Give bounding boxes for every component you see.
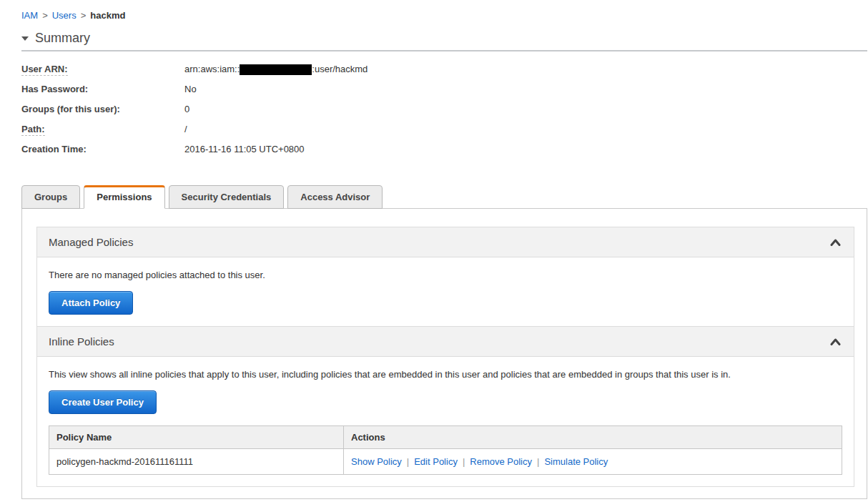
field-value-creation-time: 2016-11-16 11:05 UTC+0800 bbox=[184, 143, 305, 156]
create-user-policy-button[interactable]: Create User Policy bbox=[49, 390, 157, 414]
managed-policies-header[interactable]: Managed Policies bbox=[37, 227, 854, 257]
managed-policies-title: Managed Policies bbox=[49, 236, 133, 248]
field-label-creation-time: Creation Time: bbox=[21, 143, 184, 156]
collapse-chevron-icon[interactable] bbox=[830, 239, 841, 246]
table-row: policygen-hackmd-201611161111 Show Polic… bbox=[49, 449, 842, 475]
field-creation-time: Creation Time: 2016-11-16 11:05 UTC+0800 bbox=[21, 143, 868, 156]
summary-divider bbox=[21, 50, 867, 51]
field-label-user-arn: User ARN: bbox=[21, 63, 184, 76]
policy-actions-cell: Show Policy|Edit Policy|Remove Policy|Si… bbox=[344, 449, 842, 475]
simulate-policy-link[interactable]: Simulate Policy bbox=[544, 456, 608, 467]
summary-fields: User ARN: arn:aws:iam:::user/hackmd Has … bbox=[21, 63, 868, 156]
actions-separator: | bbox=[463, 456, 465, 467]
field-label-path: Path: bbox=[21, 123, 184, 136]
column-header-policy-name: Policy Name bbox=[49, 426, 344, 449]
field-user-arn: User ARN: arn:aws:iam:::user/hackmd bbox=[21, 63, 868, 76]
breadcrumb-separator: > bbox=[42, 10, 48, 21]
breadcrumb-separator: > bbox=[81, 10, 87, 21]
inline-policies-description: This view shows all inline policies that… bbox=[49, 368, 842, 380]
remove-policy-link[interactable]: Remove Policy bbox=[470, 456, 532, 467]
tab-security-credentials[interactable]: Security Credentials bbox=[169, 185, 285, 209]
breadcrumb-link-users[interactable]: Users bbox=[52, 10, 77, 21]
field-has-password: Has Password: No bbox=[21, 83, 868, 96]
show-policy-link[interactable]: Show Policy bbox=[351, 456, 402, 467]
field-value-path: / bbox=[184, 123, 187, 136]
collapse-chevron-icon[interactable] bbox=[830, 338, 841, 345]
field-value-groups: 0 bbox=[184, 103, 189, 116]
tab-permissions[interactable]: Permissions bbox=[84, 185, 164, 209]
tab-bar: Groups Permissions Security Credentials … bbox=[21, 185, 867, 209]
managed-policies-section: Managed Policies There are no managed po… bbox=[36, 227, 854, 327]
actions-separator: | bbox=[407, 456, 409, 467]
summary-title: Summary bbox=[35, 31, 90, 46]
inline-policies-title: Inline Policies bbox=[49, 335, 114, 348]
tab-groups[interactable]: Groups bbox=[21, 185, 80, 209]
table-header-row: Policy Name Actions bbox=[49, 426, 842, 449]
managed-policies-empty-message: There are no managed policies attached t… bbox=[49, 269, 842, 281]
edit-policy-link[interactable]: Edit Policy bbox=[414, 456, 458, 467]
inline-policies-table: Policy Name Actions policygen-hackmd-201… bbox=[49, 425, 842, 475]
arn-suffix: :user/hackmd bbox=[312, 63, 368, 76]
field-path: Path: / bbox=[21, 123, 868, 136]
breadcrumb-current-user: hackmd bbox=[90, 10, 125, 21]
collapse-triangle-icon bbox=[21, 36, 29, 41]
field-label-groups: Groups (for this user): bbox=[21, 103, 184, 116]
managed-policies-body: There are no managed policies attached t… bbox=[37, 257, 854, 326]
field-value-user-arn: arn:aws:iam:::user/hackmd bbox=[184, 63, 368, 76]
field-groups: Groups (for this user): 0 bbox=[21, 103, 868, 116]
inline-policies-section: Inline Policies This view shows all inli… bbox=[36, 326, 854, 487]
column-header-actions: Actions bbox=[344, 426, 842, 449]
tab-access-advisor[interactable]: Access Advisor bbox=[287, 185, 383, 209]
arn-prefix: arn:aws:iam:: bbox=[184, 63, 240, 76]
breadcrumb-link-iam[interactable]: IAM bbox=[21, 10, 38, 21]
field-label-has-password: Has Password: bbox=[21, 83, 184, 96]
policy-name-cell: policygen-hackmd-201611161111 bbox=[49, 449, 344, 475]
permissions-tab-panel: Managed Policies There are no managed po… bbox=[21, 208, 867, 499]
breadcrumb: IAM>Users>hackmd bbox=[21, 10, 868, 21]
attach-policy-button[interactable]: Attach Policy bbox=[49, 291, 133, 315]
inline-policies-header[interactable]: Inline Policies bbox=[37, 327, 854, 357]
redaction-box bbox=[240, 64, 312, 75]
summary-section-toggle[interactable]: Summary bbox=[21, 31, 868, 46]
actions-separator: | bbox=[537, 456, 539, 467]
field-value-has-password: No bbox=[184, 83, 197, 96]
inline-policies-body: This view shows all inline policies that… bbox=[37, 357, 854, 486]
